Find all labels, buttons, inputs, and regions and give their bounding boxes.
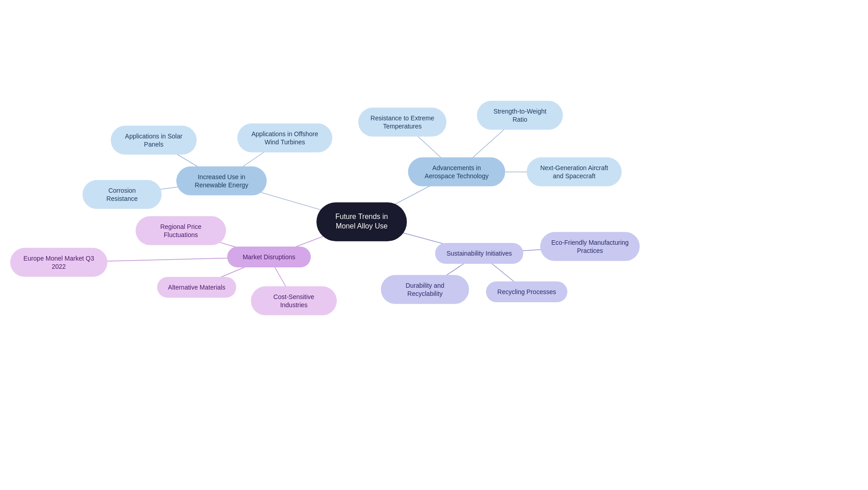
node-strength-weight: Strength-to-Weight Ratio (477, 101, 563, 130)
node-alternative-materials: Alternative Materials (157, 277, 236, 298)
node-durability: Durability and Recyclability (381, 275, 469, 304)
node-corrosion-resistance: Corrosion Resistance (83, 180, 162, 209)
node-extreme-temps: Resistance to Extreme Temperatures (359, 108, 447, 137)
node-regional-price: Regional Price Fluctuations (136, 216, 226, 245)
mindmap-container: Future Trends in Monel Alloy UseIncrease… (0, 0, 868, 490)
node-sustainability: Sustainability Initiatives (435, 243, 524, 264)
connections-svg (0, 0, 868, 490)
node-europe-monel: Europe Monel Market Q3 2022 (10, 248, 108, 277)
node-market-disruptions: Market Disruptions (227, 247, 311, 267)
node-eco-friendly: Eco-Friendly Manufacturing Practices (540, 232, 640, 261)
center-node: Future Trends in Monel Alloy Use (316, 202, 407, 241)
node-solar-panels: Applications in Solar Panels (111, 126, 197, 155)
node-aerospace: Advancements in Aerospace Technology (408, 157, 505, 186)
node-recycling: Recycling Processes (486, 281, 567, 302)
node-renewable-energy: Increased Use in Renewable Energy (176, 167, 267, 195)
node-cost-sensitive: Cost-Sensitive Industries (251, 286, 337, 315)
node-offshore-wind: Applications in Offshore Wind Turbines (237, 124, 332, 152)
node-next-gen-aircraft: Next-Generation Aircraft and Spacecraft (527, 157, 622, 186)
